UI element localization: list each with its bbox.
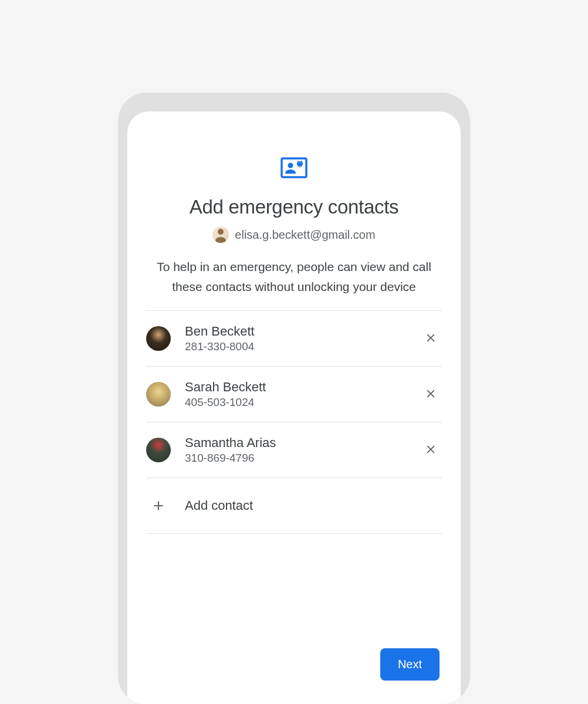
remove-contact-button[interactable]	[420, 438, 442, 462]
contact-info: Samantha Arias 310-869-4796	[185, 435, 405, 465]
footer: Next	[146, 648, 442, 681]
screen: Add emergency contacts elisa.g.beckett@g…	[127, 111, 461, 704]
phone-frame: Add emergency contacts elisa.g.beckett@g…	[118, 93, 470, 704]
account-avatar	[212, 226, 229, 243]
emergency-contact-card-icon	[281, 157, 307, 178]
contacts-list: Ben Beckett 281-330-8004 Sarah Beckett 4…	[146, 310, 442, 534]
contact-phone: 405-503-1024	[185, 396, 405, 409]
contact-avatar	[146, 382, 171, 407]
add-contact-row[interactable]: Add contact	[146, 478, 442, 534]
contact-avatar	[146, 326, 171, 351]
svg-rect-0	[282, 158, 306, 177]
account-row[interactable]: elisa.g.beckett@gmail.com	[212, 226, 375, 243]
contact-name: Samantha Arias	[185, 435, 405, 451]
next-button[interactable]: Next	[380, 648, 440, 681]
description: To help in an emergency, people can view…	[146, 257, 442, 296]
add-contact-label: Add contact	[185, 498, 253, 513]
contact-phone: 310-869-4796	[185, 452, 405, 465]
contact-row[interactable]: Samantha Arias 310-869-4796	[146, 422, 442, 478]
remove-contact-button[interactable]	[420, 327, 442, 351]
contact-phone: 281-330-8004	[185, 340, 405, 353]
close-icon	[424, 387, 437, 402]
page-title: Add emergency contacts	[190, 196, 399, 218]
account-email: elisa.g.beckett@gmail.com	[235, 228, 375, 242]
close-icon	[424, 331, 437, 346]
plus-icon	[146, 493, 171, 518]
contact-row[interactable]: Sarah Beckett 405-503-1024	[146, 367, 442, 422]
contact-name: Sarah Beckett	[185, 380, 405, 395]
contact-row[interactable]: Ben Beckett 281-330-8004	[146, 311, 442, 367]
close-icon	[424, 443, 437, 458]
remove-contact-button[interactable]	[420, 383, 442, 407]
contact-info: Sarah Beckett 405-503-1024	[185, 380, 405, 409]
header: Add emergency contacts elisa.g.beckett@g…	[146, 157, 442, 296]
contact-info: Ben Beckett 281-330-8004	[185, 324, 405, 353]
contact-name: Ben Beckett	[185, 324, 405, 339]
svg-point-1	[288, 163, 293, 168]
contact-avatar	[146, 438, 171, 462]
